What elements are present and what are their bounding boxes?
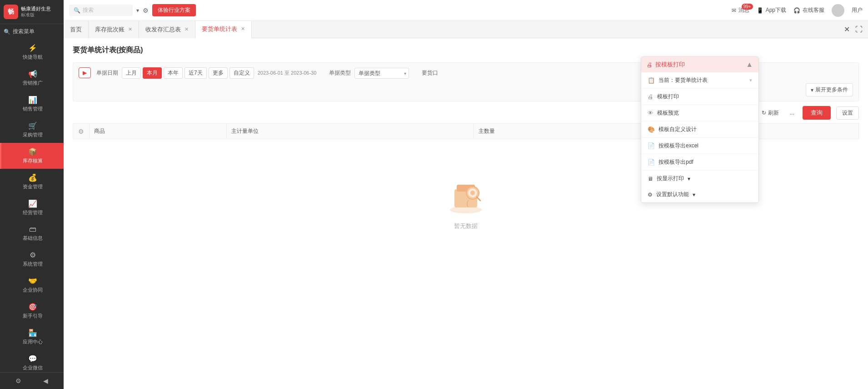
- export-excel-icon: 📄: [648, 142, 655, 149]
- nav-icon: 📢: [28, 70, 37, 78]
- page-content: 要货单统计表(按商品) ▶ 单据日期 上月 本月 本年 近7天 更多 自定义: [64, 38, 868, 389]
- order-type-select-wrap: 单据类型: [354, 68, 409, 79]
- messages-group[interactable]: ✉ 消息 99+: [732, 6, 749, 14]
- date-filter-label: 单据日期: [96, 69, 118, 77]
- date-btn-this-month[interactable]: 本月: [143, 67, 162, 79]
- print-dropdown-title-group: 🖨 按模板打印: [647, 61, 685, 69]
- template-print-icon: 🖨: [648, 93, 653, 100]
- search-icon: 🔍: [4, 29, 10, 35]
- set-default-icon: ⚙: [648, 192, 653, 198]
- svg-point-6: [470, 191, 475, 195]
- tab-close-window-btn[interactable]: ✕: [842, 24, 852, 35]
- table-settings-icon[interactable]: ⚙: [78, 128, 84, 135]
- nav-icon: 📦: [28, 147, 37, 156]
- print-dropdown-current[interactable]: 📋 当前：要货单统计表 ▾: [641, 72, 758, 89]
- header-search-box[interactable]: 🔍 搜索: [69, 5, 133, 16]
- tab-close-order-stats[interactable]: ✕: [241, 26, 245, 32]
- minimize-sidebar-btn[interactable]: ◀: [43, 377, 48, 384]
- sidebar-item-quick-nav[interactable]: ⚡ 快捷导航: [0, 39, 64, 65]
- sidebar-item-basic[interactable]: 🗃 基础信息: [0, 221, 64, 246]
- nav-icon: 💰: [28, 173, 37, 182]
- sidebar-item-appstore[interactable]: 🏪 应用中心: [0, 324, 64, 350]
- app-name: 畅康通好生意: [21, 5, 51, 12]
- filter-date-row: 上月 本月 本年 近7天 更多 自定义: [122, 67, 254, 79]
- settings-footer-btn[interactable]: ⚙: [15, 377, 21, 384]
- setting-btn[interactable]: 设置: [836, 106, 859, 120]
- print-dropdown: 🖨 按模板打印 ▲ 📋 当前：要货单统计表 ▾ 🖨 模板打印 👁 模板预览: [641, 56, 759, 203]
- sidebar-item-collab[interactable]: 🤝 企业协同: [0, 272, 64, 298]
- sidebar-item-system[interactable]: ⚙ 系统管理: [0, 246, 64, 272]
- tab-bar-right: ✕ ⛶: [842, 24, 868, 35]
- print-dropdown-export-excel[interactable]: 📄 按模板导出excel: [641, 138, 758, 154]
- online-support-group[interactable]: 🎧 在线客服: [793, 6, 824, 14]
- current-template-icon: 📋: [648, 77, 655, 84]
- table-col-settings[interactable]: ⚙: [73, 124, 90, 139]
- nav-icon: 🗃: [29, 225, 36, 233]
- svg-line-5: [477, 197, 480, 201]
- tab-maximize-btn[interactable]: ⛶: [853, 25, 864, 35]
- more-btn[interactable]: ...: [787, 108, 797, 118]
- support-icon: 🎧: [793, 7, 800, 14]
- header-dropdown-btn[interactable]: ▾: [136, 7, 139, 14]
- print-dropdown-template-preview[interactable]: 👁 模板预览: [641, 105, 758, 121]
- download-icon: 📱: [757, 7, 763, 14]
- sidebar-item-sales[interactable]: 📊 销售管理: [0, 91, 64, 117]
- expand-more-btn[interactable]: ▾ 展开更多条件: [806, 83, 853, 96]
- user-avatar[interactable]: [832, 4, 844, 17]
- table-col-quantity: 主数量: [474, 124, 648, 139]
- sidebar-item-operation[interactable]: 📈 经营管理: [0, 195, 64, 221]
- sidebar-item-inventory[interactable]: 📦 库存核算: [0, 143, 64, 169]
- date-btn-custom[interactable]: 自定义: [229, 67, 254, 79]
- nav-icon: 🤝: [28, 277, 37, 285]
- template-design-label: 模板自定义设计: [658, 126, 752, 133]
- current-template-arrow: ▾: [749, 77, 752, 83]
- sidebar-item-purchase[interactable]: 🛒 采购管理: [0, 117, 64, 143]
- print-dropdown-display-print[interactable]: 🖥 按显示打印 ▾: [641, 171, 758, 187]
- nav-icon: ⚙: [30, 251, 36, 259]
- query-btn[interactable]: 查询: [803, 106, 831, 120]
- sidebar-item-marketing[interactable]: 📢 营销推广: [0, 65, 64, 91]
- print-dropdown-title: 按模板打印: [655, 61, 685, 69]
- header-gear-btn[interactable]: ⚙: [143, 7, 149, 14]
- trial-btn[interactable]: 体验行业方案: [152, 4, 196, 16]
- date-btn-more[interactable]: 更多: [209, 67, 228, 79]
- sidebar-footer: ⚙ ◀: [0, 372, 64, 389]
- sidebar-item-finance[interactable]: 💰 资金管理: [0, 169, 64, 195]
- tab-home[interactable]: 首页: [64, 21, 89, 38]
- date-btn-this-year[interactable]: 本年: [164, 67, 183, 79]
- print-dropdown-export-pdf[interactable]: 📄 按模板导出pdf: [641, 154, 758, 171]
- chevron-right-icon: ▶: [83, 70, 87, 76]
- sidebar-item-wechat[interactable]: 💬 企业微信: [0, 350, 64, 372]
- tab-close-batch-account[interactable]: ✕: [128, 26, 132, 32]
- app-download-group[interactable]: 📱 App下载: [757, 6, 786, 14]
- logo-icon: 畅: [4, 5, 18, 19]
- tab-close-receipt-summary[interactable]: ✕: [185, 26, 189, 32]
- tab-receipt-summary[interactable]: 收发存汇总表 ✕: [139, 21, 195, 38]
- template-preview-icon: 👁: [648, 110, 653, 116]
- sidebar-item-guide[interactable]: 🎯 新手引导: [0, 298, 64, 324]
- date-btn-last-month[interactable]: 上月: [122, 67, 141, 79]
- nav-icon: 🛒: [28, 121, 37, 130]
- top-header: 🔍 搜索 ▾ ⚙ 体验行业方案 ✉ 消息 99+ 📱 App下载 🎧 在线客服 …: [64, 0, 868, 21]
- print-dropdown-close-btn[interactable]: ▲: [746, 61, 753, 69]
- sidebar-search[interactable]: 🔍 搜索菜单: [0, 24, 64, 39]
- table-col-unit: 主计量单位: [227, 124, 474, 139]
- nav-icon: 🎯: [28, 303, 37, 311]
- print-dropdown-template-print[interactable]: 🖨 模板打印: [641, 89, 758, 105]
- tab-bar: 首页 库存批次账 ✕ 收发存汇总表 ✕ 要货单统计表 ✕ ✕ ⛶: [64, 21, 868, 38]
- empty-text: 暂无数据: [454, 222, 478, 230]
- tab-order-stats[interactable]: 要货单统计表 ✕: [195, 21, 252, 38]
- tab-batch-account[interactable]: 库存批次账 ✕: [89, 21, 139, 38]
- messages-badge: 99+: [742, 4, 753, 10]
- refresh-btn[interactable]: ↻ 刷新: [759, 107, 782, 119]
- date-btn-7days[interactable]: 近7天: [185, 67, 207, 79]
- print-dropdown-template-design[interactable]: 🎨 模板自定义设计: [641, 121, 758, 138]
- order-type-select[interactable]: 单据类型: [354, 68, 409, 79]
- export-excel-label: 按模板导出excel: [658, 142, 752, 150]
- search-icon: 🔍: [74, 7, 80, 14]
- print-dropdown-set-default[interactable]: ⚙ 设置默认功能 ▾: [641, 187, 758, 202]
- refresh-icon: ↻: [762, 110, 766, 116]
- empty-illustration: [443, 176, 489, 217]
- search-placeholder: 搜索: [83, 6, 94, 14]
- filter-toggle-btn[interactable]: ▶: [79, 67, 91, 78]
